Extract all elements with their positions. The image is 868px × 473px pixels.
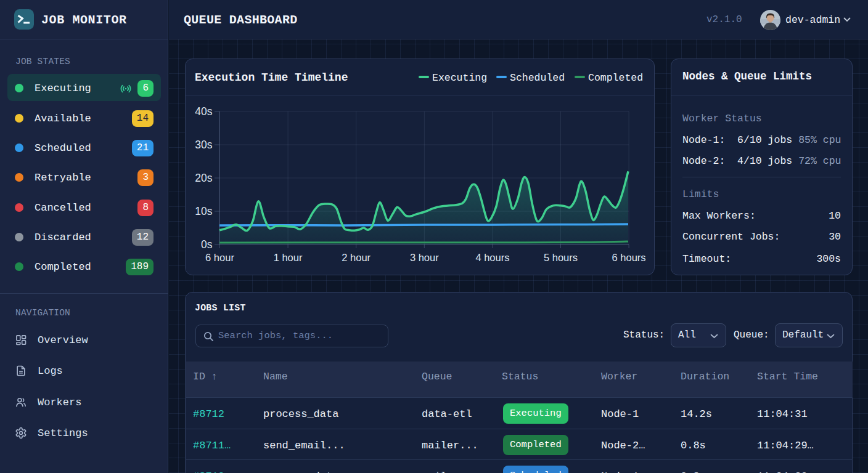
svg-text:40s: 40s xyxy=(195,105,212,118)
svg-text:6 hours: 6 hours xyxy=(612,252,646,263)
svg-text:20s: 20s xyxy=(195,172,212,184)
svg-text:10s: 10s xyxy=(195,205,212,217)
svg-text:5 hours: 5 hours xyxy=(544,252,578,263)
svg-text:1 hour: 1 hour xyxy=(274,252,303,263)
svg-text:4 hours: 4 hours xyxy=(475,252,509,263)
svg-text:30s: 30s xyxy=(195,139,212,151)
svg-text:6 hour: 6 hour xyxy=(205,252,234,263)
svg-text:2 hour: 2 hour xyxy=(342,252,371,263)
svg-text:0s: 0s xyxy=(201,238,213,251)
svg-text:3 hour: 3 hour xyxy=(410,252,439,263)
